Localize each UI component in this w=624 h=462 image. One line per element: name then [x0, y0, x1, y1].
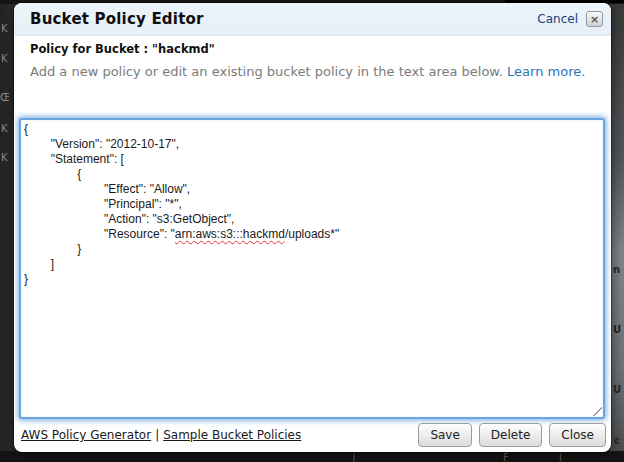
- aws-policy-generator-link[interactable]: AWS Policy Generator: [21, 428, 151, 442]
- close-button[interactable]: Close: [549, 423, 606, 447]
- policy-line: "Version": "2012-10-17",: [24, 137, 601, 152]
- background-bottom-strip: [0, 451, 624, 462]
- background-left-strip: [0, 0, 15, 462]
- bucket-policy-editor-dialog: Bucket Policy Editor Cancel × Policy for…: [14, 3, 611, 452]
- background-text-fragment: Œ: [0, 93, 9, 104]
- policy-line: "Effect": "Allow",: [24, 182, 601, 197]
- background-divider-line: [353, 453, 355, 462]
- dialog-title: Bucket Policy Editor: [30, 10, 537, 28]
- policy-line: "Principal": "*",: [24, 197, 601, 212]
- background-text-fragment: K: [1, 54, 10, 65]
- background-text-fragment: l: [559, 453, 568, 462]
- background-text-fragment: K: [1, 153, 10, 164]
- background-text-fragment: c: [614, 436, 623, 447]
- footer-buttons: Save Delete Close: [418, 423, 606, 447]
- delete-button[interactable]: Delete: [479, 423, 542, 447]
- close-icon[interactable]: ×: [586, 11, 603, 27]
- sample-bucket-policies-link[interactable]: Sample Bucket Policies: [163, 428, 301, 442]
- learn-more-link[interactable]: Learn more.: [507, 64, 585, 79]
- policy-for-bucket-label: Policy for Bucket : "hackmd": [30, 42, 595, 56]
- policy-line: }: [24, 242, 601, 257]
- policy-line: {: [24, 167, 601, 182]
- resize-handle-icon[interactable]: [591, 405, 602, 416]
- save-button[interactable]: Save: [418, 423, 471, 447]
- background-text-fragment: K: [1, 24, 10, 35]
- policy-line: "Action": "s3:GetObject",: [24, 212, 601, 227]
- policy-line: "Statement": [: [24, 152, 601, 167]
- link-separator: |: [155, 428, 159, 442]
- background-text-fragment: F: [503, 453, 512, 462]
- background-text-fragment: K: [1, 124, 10, 135]
- policy-line: {: [24, 122, 601, 137]
- background-text-fragment: U: [613, 325, 622, 336]
- background-text-fragment: n: [613, 265, 622, 276]
- background-text-fragment: U: [613, 385, 622, 396]
- policy-json-content: { "Version": "2012-10-17", "Statement": …: [21, 120, 603, 289]
- policy-line: ]: [24, 257, 601, 272]
- policy-line: }: [24, 272, 601, 287]
- description-text: Add a new policy or edit an existing buc…: [30, 64, 595, 79]
- dialog-header: Bucket Policy Editor Cancel ×: [14, 3, 611, 36]
- dialog-footer: AWS Policy Generator|Sample Bucket Polic…: [19, 422, 606, 448]
- policy-line: "Resource": "arn:aws:s3:::hackmd/uploads…: [24, 227, 601, 242]
- description-body: Add a new policy or edit an existing buc…: [30, 64, 507, 79]
- policy-textarea[interactable]: { "Version": "2012-10-17", "Statement": …: [19, 118, 605, 419]
- spellcheck-underlined-text: arn:aws:s3:::hackmd: [175, 227, 285, 241]
- footer-links: AWS Policy Generator|Sample Bucket Polic…: [21, 428, 301, 442]
- cancel-link[interactable]: Cancel: [537, 12, 578, 26]
